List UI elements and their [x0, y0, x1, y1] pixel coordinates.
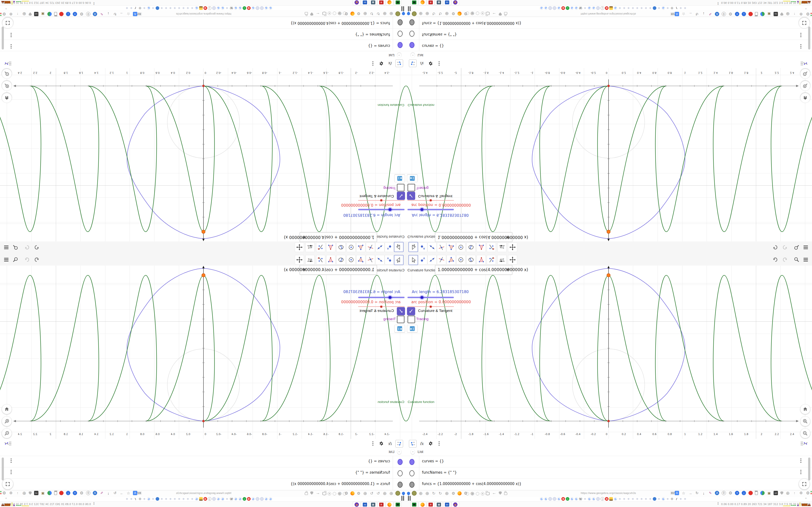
translate-icon[interactable]: A [675, 12, 679, 16]
mini-circle-icon[interactable] [481, 12, 484, 15]
firefox-icon[interactable] [457, 12, 462, 16]
tool-polygon-button[interactable] [356, 242, 365, 252]
flake-icon[interactable]: ✳ [622, 6, 626, 10]
globe-icon[interactable]: ⊕ [382, 491, 387, 496]
gear-fav-icon[interactable]: ⚙ [670, 6, 674, 10]
f-italic-icon[interactable]: f [674, 6, 678, 10]
firefox-icon[interactable] [350, 491, 355, 495]
fx-display-button[interactable]: fx [418, 60, 425, 67]
G-icon[interactable]: G [221, 6, 224, 10]
yandex-icon[interactable]: Я [247, 497, 251, 501]
curvature-tangent-checkbox[interactable]: ✓ [407, 192, 415, 200]
dot-icon[interactable] [553, 6, 556, 10]
download-icon[interactable]: ↓ [106, 12, 110, 16]
curvature-point[interactable] [607, 230, 610, 233]
dove-icon[interactable]: ~ [243, 6, 246, 10]
undo-button[interactable] [33, 244, 41, 251]
add-blue-icon[interactable]: + [73, 491, 77, 495]
thumb-icon[interactable]: ↑ [792, 491, 797, 495]
flake-icon[interactable]: ✳ [583, 6, 587, 10]
image-icon[interactable] [609, 497, 613, 501]
flake-icon[interactable]: ✳ [186, 6, 190, 10]
G-icon[interactable]: G [238, 497, 242, 501]
app-firefox[interactable] [418, 502, 426, 507]
flake-icon[interactable]: ✳ [173, 497, 176, 501]
tool-ellipse-button[interactable] [466, 255, 475, 265]
visibility-marble[interactable] [398, 459, 403, 465]
fullscreen-button[interactable] [2, 18, 13, 28]
chevron-down-icon[interactable] [302, 234, 306, 238]
app-terminal[interactable] [410, 502, 418, 507]
dot-icon[interactable] [260, 6, 264, 10]
app-storage[interactable]: 64 [361, 502, 369, 507]
tool-angle-button[interactable] [326, 255, 336, 265]
row-menu-icon[interactable] [11, 33, 12, 37]
archive-icon[interactable]: ▣ [767, 12, 771, 16]
G-icon[interactable]: G [216, 6, 220, 10]
arc-length-slider-knob[interactable] [419, 207, 424, 212]
download-icon[interactable]: ↓ [702, 491, 706, 495]
dot-icon[interactable] [596, 6, 600, 10]
gear-icon[interactable]: ⚙ [2, 12, 6, 16]
main-menu-button[interactable] [2, 244, 10, 251]
function-input[interactable]: 1.000000000000 + cos(4.000000000000 x) [435, 265, 512, 275]
visibility-marble[interactable] [398, 31, 403, 37]
star-icon[interactable]: ☆ [126, 491, 131, 495]
arc-length-slider[interactable] [358, 297, 405, 298]
G-icon[interactable]: G [614, 6, 617, 10]
translate-icon[interactable]: A [133, 491, 137, 495]
back-arrow-icon[interactable]: ← [492, 12, 496, 16]
down-blue-icon[interactable]: ↓ [742, 12, 746, 16]
G-icon[interactable]: G [269, 6, 272, 10]
tool-point-button[interactable]: A [385, 255, 394, 265]
folder-icon[interactable] [322, 12, 326, 15]
globe-icon[interactable]: ⊕ [22, 491, 27, 495]
algebra-row-curves[interactable]: curves = {} [0, 456, 406, 467]
arc-position-point[interactable] [203, 420, 204, 422]
zero-icon[interactable]: 0 [722, 491, 726, 495]
flake-icon[interactable]: ✳ [177, 6, 181, 10]
tool-perpendicular-button[interactable] [366, 255, 375, 265]
close-algebra-view-button[interactable] [4, 440, 12, 447]
row-menu-icon[interactable] [800, 470, 801, 474]
panel-more-button[interactable] [369, 60, 376, 67]
yandex-icon[interactable]: Я [605, 6, 609, 10]
gear-fav-icon[interactable]: ⚙ [138, 497, 142, 501]
down-blue-icon[interactable]: ↓ [66, 12, 70, 16]
flake-icon[interactable]: ✳ [191, 497, 194, 501]
undo-button[interactable] [33, 256, 41, 263]
shield2-icon[interactable] [29, 491, 32, 495]
tool-polygon-button[interactable] [356, 255, 365, 265]
wikipedia-icon[interactable]: W [579, 497, 582, 501]
shield2-icon[interactable] [780, 12, 783, 16]
function-input[interactable]: 1.000000000000 + cos(4.000000000000 x) [300, 232, 377, 242]
G-icon[interactable]: G [614, 497, 617, 501]
flake-icon[interactable]: ✳ [164, 497, 168, 501]
chevron-up-icon[interactable]: ^ [5, 497, 7, 501]
fx-display-button[interactable]: fx [387, 60, 394, 67]
object-type-header[interactable]: − List [0, 51, 406, 59]
gear-icon[interactable]: ⚙ [2, 491, 6, 495]
flake-icon[interactable]: ✳ [182, 6, 185, 10]
arrow-right-icon[interactable]: → [120, 491, 124, 495]
arc-position-point[interactable] [608, 420, 609, 422]
collapse-group-button[interactable]: − [411, 449, 415, 454]
wrench2-icon[interactable]: ⚙ [9, 491, 13, 495]
flake-icon[interactable]: ✳ [130, 497, 133, 501]
dot-icon[interactable] [553, 497, 556, 501]
record-red-icon[interactable] [749, 491, 753, 495]
globe-icon[interactable]: ⊕ [418, 11, 423, 16]
G-icon[interactable]: G [195, 6, 198, 10]
G-icon[interactable]: G [588, 6, 591, 10]
algebra-row-funcs[interactable]: funcs = {1.000000000000 + cos(4.00000000… [406, 478, 812, 490]
zero-icon[interactable]: 0 [86, 12, 90, 16]
object-type-header[interactable]: − List [0, 448, 406, 456]
home-button[interactable] [2, 93, 12, 103]
mini-circle-icon[interactable] [481, 492, 484, 495]
zoom-in-button[interactable] [2, 416, 12, 426]
home-button[interactable] [2, 404, 12, 414]
translate-icon[interactable]: A [675, 491, 679, 495]
search-button[interactable] [793, 244, 800, 251]
sort-by-type-button[interactable] [395, 59, 403, 67]
f-italic-icon[interactable]: f [134, 497, 138, 501]
